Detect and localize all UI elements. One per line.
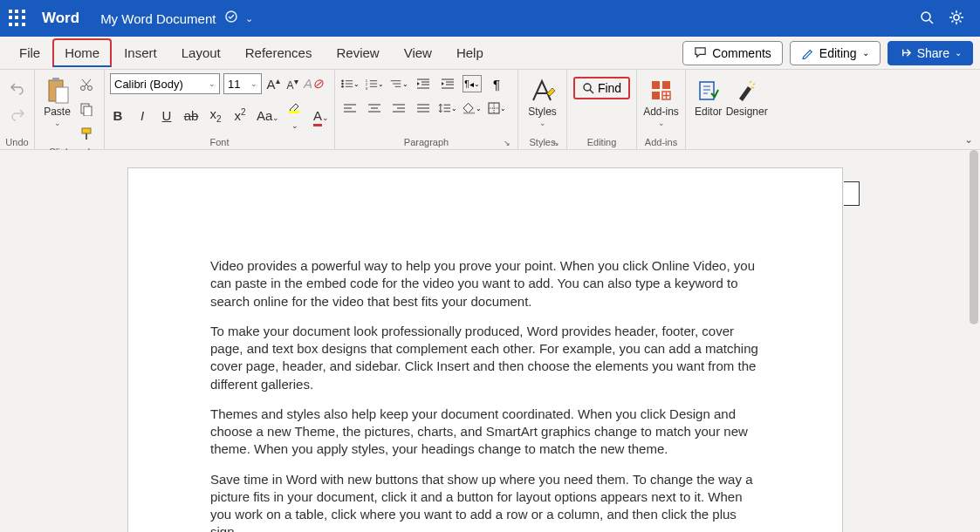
editor-icon: [697, 75, 720, 106]
superscript-button[interactable]: x2: [232, 107, 248, 123]
paragraph[interactable]: Themes and styles also help keep your do…: [210, 406, 760, 459]
underline-button[interactable]: U: [159, 108, 175, 123]
group-font: Calibri (Body)⌄ 11⌄ A▴ A▾ A⊘ B I U ab x2…: [105, 70, 335, 149]
comments-label: Comments: [712, 46, 771, 60]
addins-button[interactable]: Add-ins ⌄: [642, 73, 680, 127]
svg-line-2: [929, 20, 933, 24]
show-marks-button[interactable]: ¶: [487, 75, 506, 92]
bullets-button[interactable]: ⌄: [340, 75, 360, 92]
tab-references[interactable]: References: [233, 38, 325, 67]
designer-icon: [736, 75, 758, 106]
editing-mode-button[interactable]: Editing ⌄: [790, 41, 881, 65]
undo-button[interactable]: [8, 78, 27, 98]
document-page[interactable]: Video provides a powerful way to help yo…: [127, 167, 843, 532]
align-left-button[interactable]: [340, 99, 360, 117]
group-editing: Find Find (⌘+F) Editing: [567, 70, 637, 149]
group-addins: Add-ins ⌄ Add-ins: [637, 70, 686, 149]
paste-label: Paste: [44, 106, 71, 118]
svg-point-8: [88, 86, 93, 91]
scrollbar-thumb[interactable]: [970, 150, 978, 324]
editor-button[interactable]: Editor: [691, 73, 725, 118]
find-button[interactable]: Find: [573, 77, 630, 99]
tab-review[interactable]: Review: [324, 38, 391, 67]
clear-formatting-button[interactable]: A⊘: [304, 76, 324, 92]
tab-view[interactable]: View: [392, 38, 444, 67]
vertical-scrollbar[interactable]: [968, 150, 980, 532]
borders-button[interactable]: ⌄: [487, 99, 506, 117]
tab-home[interactable]: Home: [52, 38, 112, 67]
document-menu-chevron-icon[interactable]: ⌄: [245, 13, 253, 24]
chevron-down-icon: ⌄: [955, 48, 962, 58]
chevron-down-icon: ⌄: [250, 79, 257, 88]
svg-rect-63: [700, 82, 714, 99]
chevron-down-icon: ⌄: [209, 79, 216, 88]
font-name-select[interactable]: Calibri (Body)⌄: [110, 73, 220, 94]
search-icon[interactable]: [912, 10, 942, 27]
group-styles: Styles ⌄ Styles↘: [518, 70, 567, 149]
dialog-launcher-icon[interactable]: ↘: [504, 139, 511, 147]
paragraph[interactable]: Save time in Word with new buttons that …: [210, 471, 760, 533]
shading-button[interactable]: ⌄: [463, 99, 482, 117]
group-label-editing: Editing: [572, 135, 631, 149]
text-direction-button[interactable]: ¶◂⌄: [463, 75, 482, 92]
tab-layout[interactable]: Layout: [169, 38, 233, 67]
collapse-ribbon-icon[interactable]: ⌄: [964, 133, 973, 146]
change-case-button[interactable]: Aa⌄: [257, 108, 277, 123]
svg-point-14: [341, 83, 344, 85]
font-color-button[interactable]: A⌄: [313, 108, 329, 123]
designer-button[interactable]: Designer: [725, 73, 768, 118]
styles-button[interactable]: Styles ⌄: [524, 73, 561, 127]
document-name[interactable]: My Word Document: [100, 11, 216, 26]
svg-rect-59: [652, 92, 660, 99]
paste-icon: [45, 75, 70, 106]
align-center-button[interactable]: [365, 99, 384, 117]
chevron-down-icon: ⌄: [54, 119, 61, 127]
format-painter-button[interactable]: [77, 124, 96, 143]
page-tab[interactable]: [844, 181, 860, 206]
svg-rect-57: [652, 81, 660, 89]
app-launcher-icon[interactable]: [9, 10, 26, 27]
font-size-select[interactable]: 11⌄: [223, 73, 262, 94]
svg-line-56: [590, 90, 593, 93]
shrink-font-button[interactable]: A▾: [284, 77, 300, 92]
svg-point-55: [584, 84, 591, 91]
settings-gear-icon[interactable]: [942, 10, 971, 28]
decrease-indent-button[interactable]: [414, 75, 433, 92]
paragraph[interactable]: Video provides a powerful way to help yo…: [210, 257, 760, 310]
numbering-button[interactable]: 123⌄: [365, 75, 384, 92]
share-button[interactable]: Share ⌄: [887, 41, 973, 65]
group-label-assist: [691, 135, 768, 149]
cut-button[interactable]: [77, 75, 96, 94]
increase-indent-button[interactable]: [438, 75, 457, 92]
align-right-button[interactable]: [389, 99, 408, 117]
styles-label: Styles: [528, 106, 557, 118]
multilevel-list-button[interactable]: ⌄: [389, 75, 408, 92]
paste-button[interactable]: Paste ⌄: [40, 73, 74, 127]
group-label-undo: Undo: [5, 135, 29, 149]
subscript-button[interactable]: x2: [208, 106, 223, 124]
paragraph[interactable]: To make your document look professionall…: [210, 323, 760, 393]
italic-button[interactable]: I: [134, 108, 150, 123]
highlight-button[interactable]: ⌄: [285, 99, 305, 131]
group-label-paragraph: Paragraph↘: [340, 135, 512, 149]
grow-font-button[interactable]: A▴: [265, 76, 281, 92]
copy-button[interactable]: [77, 99, 96, 119]
svg-point-7: [81, 86, 86, 91]
line-spacing-button[interactable]: ⌄: [438, 99, 457, 117]
tab-file[interactable]: File: [7, 38, 52, 67]
group-label-addins: Add-ins: [642, 135, 680, 149]
svg-point-1: [922, 12, 930, 21]
tab-help[interactable]: Help: [444, 38, 496, 67]
share-label: Share: [917, 46, 949, 60]
redo-button[interactable]: [8, 105, 27, 124]
designer-label: Designer: [726, 106, 768, 118]
chevron-down-icon: ⌄: [539, 119, 546, 127]
dialog-launcher-icon[interactable]: ↘: [552, 139, 559, 147]
strikethrough-button[interactable]: ab: [183, 108, 199, 123]
comments-button[interactable]: Comments: [682, 41, 783, 65]
svg-rect-5: [52, 78, 59, 82]
svg-rect-6: [56, 87, 68, 103]
tab-insert[interactable]: Insert: [112, 38, 169, 67]
justify-button[interactable]: [414, 99, 433, 117]
bold-button[interactable]: B: [110, 108, 126, 123]
